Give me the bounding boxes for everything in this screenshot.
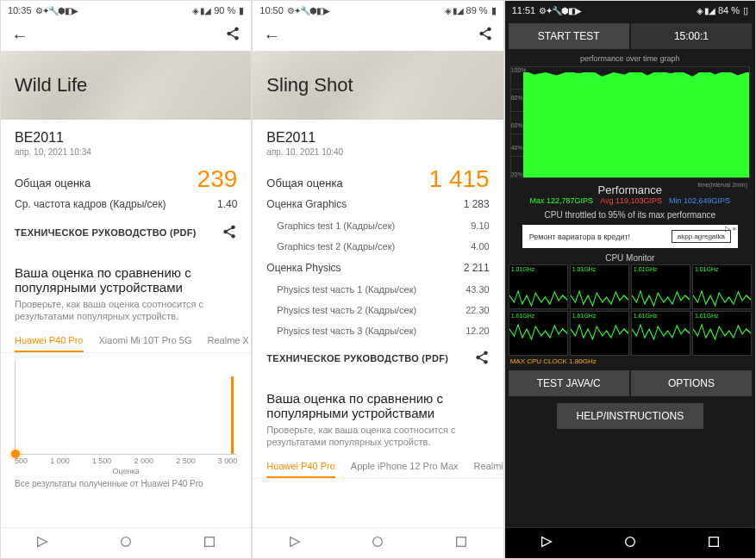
svg-rect-5 bbox=[709, 537, 718, 546]
nav-back-icon[interactable] bbox=[540, 535, 553, 552]
status-icons-right: ◈ ▮◢ bbox=[192, 6, 210, 16]
nav-home-icon[interactable] bbox=[371, 535, 384, 552]
metric-label: Physics test часть 3 (Кадры/сек) bbox=[277, 326, 416, 336]
share-icon[interactable] bbox=[478, 26, 493, 45]
cpu-freq-label: 1.61GHz bbox=[511, 313, 535, 319]
metric-row: Physics test часть 1 (Кадры/сек)43.30 bbox=[266, 279, 489, 300]
tab-realme[interactable]: Realmi bbox=[474, 456, 503, 478]
overall-score-label: Общая оценка bbox=[266, 177, 342, 189]
nav-recent-icon[interactable] bbox=[203, 535, 216, 552]
back-icon[interactable]: ← bbox=[263, 26, 280, 46]
pdf-link[interactable]: ТЕХНИЧЕСКОЕ РУКОВОДСТВО (PDF) bbox=[266, 353, 448, 363]
cpu-core-graph: 1.01GHz bbox=[509, 264, 568, 309]
tab-xiaomi[interactable]: Xiaomi Mi 10T Pro 5G bbox=[99, 330, 192, 352]
status-battery: 89 % bbox=[466, 5, 488, 16]
run-timestamp: апр. 10, 2021 10:40 bbox=[266, 147, 489, 157]
metric-value: 1 283 bbox=[464, 198, 490, 210]
metric-label: Physics test часть 2 (Кадры/сек) bbox=[277, 305, 416, 315]
metric-row: Physics test часть 2 (Кадры/сек)22.30 bbox=[266, 300, 489, 320]
cpu-core-graph: 1.61GHz bbox=[509, 311, 568, 356]
back-icon[interactable]: ← bbox=[11, 26, 28, 46]
svg-rect-1 bbox=[205, 537, 215, 546]
tab-realme[interactable]: Realme X bbox=[208, 330, 249, 352]
compare-subtitle: Проверьте, как ваша оценка соотносится с… bbox=[253, 424, 503, 456]
status-icons-right: ◈ ▮◢ bbox=[445, 6, 463, 16]
nav-home-icon[interactable] bbox=[623, 535, 637, 552]
perf-max: Max 122,787GIPS bbox=[530, 196, 594, 205]
test-java-button[interactable]: TEST JAVA/C bbox=[509, 370, 629, 396]
nav-bar bbox=[253, 527, 503, 558]
benchmark-title: Wild Life bbox=[15, 74, 87, 96]
overall-score-value: 239 bbox=[197, 165, 238, 193]
metric-label: Graphics test 1 (Кадры/сек) bbox=[277, 220, 395, 231]
battery-icon: ▯ bbox=[743, 5, 748, 16]
nav-recent-icon[interactable] bbox=[454, 535, 468, 552]
help-button[interactable]: HELP/INSTRUCTIONS bbox=[557, 403, 703, 429]
nav-back-icon[interactable] bbox=[35, 535, 49, 552]
status-bar: 11:51⚙✦🔧⬢◧▶ ◈ ▮◢84 %▯ bbox=[505, 1, 755, 20]
perf-graph-title: performance over time graph bbox=[505, 53, 755, 65]
status-bar: 10:50⚙✦🔧⬢◧▶ ◈ ▮◢89 %▮ bbox=[253, 1, 503, 20]
device-tabs: Huawei P40 Pro Apple iPhone 12 Pro Max R… bbox=[253, 456, 503, 479]
cpu-core-graph: 1.01GHz bbox=[570, 264, 629, 309]
share-icon[interactable] bbox=[474, 350, 490, 367]
run-timestamp: апр. 10, 2021 10:34 bbox=[15, 147, 237, 157]
benchmark-banner: Wild Life bbox=[1, 51, 251, 120]
status-time: 11:51 bbox=[512, 5, 536, 16]
share-icon[interactable] bbox=[225, 26, 241, 45]
cpu-freq-label: 1.01GHz bbox=[511, 266, 535, 272]
metric-row: Оценка Physics2 211 bbox=[266, 257, 489, 279]
status-battery: 84 % bbox=[718, 5, 740, 16]
metric-value: 2 211 bbox=[464, 262, 490, 274]
cpu-monitor-title: CPU Monitor bbox=[505, 252, 755, 264]
metric-value: 12.20 bbox=[465, 326, 490, 336]
metric-value: 4.00 bbox=[471, 241, 489, 252]
metric-value: 9.10 bbox=[471, 220, 489, 231]
svg-point-4 bbox=[625, 537, 634, 546]
metric-label: Оценка Graphics bbox=[266, 198, 347, 210]
status-time: 10:50 bbox=[259, 5, 284, 16]
ad-close-icon[interactable]: ▷ × bbox=[725, 225, 736, 233]
cpu-freq-label: 1.61GHz bbox=[572, 313, 597, 319]
perf-min: Min 102,649GIPS bbox=[669, 196, 730, 205]
compare-title: Ваша оценка по сравнению с популярными у… bbox=[253, 381, 503, 424]
ad-button[interactable]: akpp.agregatka bbox=[672, 230, 731, 243]
tab-huawei[interactable]: Huawei P40 Pro bbox=[266, 456, 335, 478]
metric-row: Physics test часть 3 (Кадры/сек)12.20 bbox=[266, 320, 489, 341]
perf-avg: Avg 119,103GIPS bbox=[600, 196, 662, 205]
nav-recent-icon[interactable] bbox=[707, 535, 721, 552]
metric-label: Оценка Physics bbox=[266, 262, 341, 274]
start-test-button[interactable]: START TEST bbox=[509, 23, 629, 49]
status-icons-left: ⚙✦🔧⬢◧▶ bbox=[287, 6, 329, 16]
nav-bar bbox=[1, 527, 251, 558]
cpu-freq-label: 1.01GHz bbox=[634, 266, 658, 272]
cpu-core-graph: 1.01GHz bbox=[692, 264, 752, 309]
compare-title: Ваша оценка по сравнению с популярными у… bbox=[1, 255, 251, 298]
share-icon[interactable] bbox=[222, 224, 237, 241]
options-button[interactable]: OPTIONS bbox=[631, 370, 752, 396]
status-bar: 10:35⚙✦🔧⬢◧▶ ◈ ▮◢90 %▮ bbox=[1, 1, 251, 20]
tab-huawei[interactable]: Huawei P40 Pro bbox=[15, 330, 84, 352]
fps-label: Ср. частота кадров (Кадры/сек) bbox=[15, 198, 166, 210]
ad-banner[interactable]: Ремонт вариатора в кредит! akpp.agregatk… bbox=[522, 225, 738, 248]
nav-home-icon[interactable] bbox=[119, 535, 133, 552]
cpu-core-graph: 1.01GHz bbox=[631, 264, 690, 309]
nav-bar bbox=[505, 527, 755, 558]
footer-note: Все результаты полученные от Huawei P40 … bbox=[1, 475, 251, 492]
nav-back-icon[interactable] bbox=[288, 535, 302, 552]
cpu-core-graph: 1.61GHz bbox=[570, 311, 629, 356]
benchmark-title: Sling Shot bbox=[266, 74, 353, 96]
chart-x-ticks: 500 1 000 1 500 2 000 2 500 3 000 bbox=[1, 455, 251, 467]
ad-text: Ремонт вариатора в кредит! bbox=[529, 233, 630, 241]
status-icons-right: ◈ ▮◢ bbox=[697, 6, 715, 16]
tab-iphone[interactable]: Apple iPhone 12 Pro Max bbox=[351, 456, 459, 478]
overall-score-label: Общая оценка bbox=[15, 177, 91, 189]
chart-x-label: Оценка bbox=[1, 467, 251, 475]
cpu-monitor-grid: 1.01GHz1.01GHz1.01GHz1.01GHz1.61GHz1.61G… bbox=[505, 264, 755, 356]
pdf-link[interactable]: ТЕХНИЧЕСКОЕ РУКОВОДСТВО (PDF) bbox=[15, 227, 197, 238]
fps-value: 1.40 bbox=[217, 198, 237, 210]
cpu-freq-label: 1.01GHz bbox=[572, 266, 597, 272]
max-cpu-clock: MAX CPU CLOCK 1.80GHz bbox=[505, 356, 755, 367]
user-score-marker bbox=[11, 450, 20, 458]
metric-value: 43.30 bbox=[465, 284, 490, 295]
